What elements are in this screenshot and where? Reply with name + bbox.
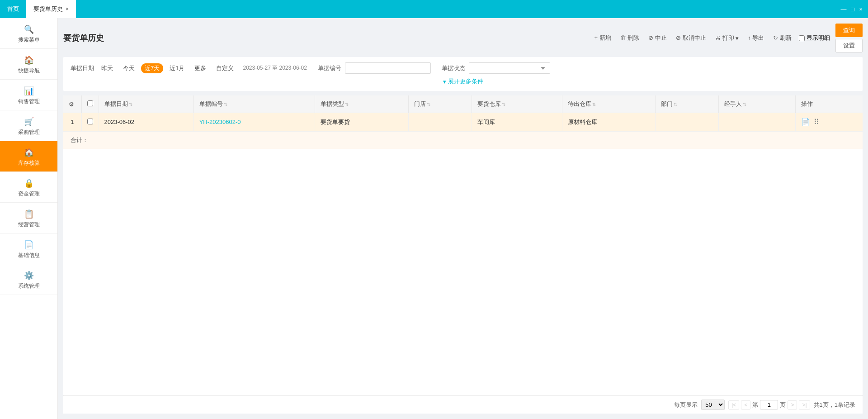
tab-close-icon[interactable]: × xyxy=(66,6,69,12)
col-pending-warehouse[interactable]: 待出仓库⇅ xyxy=(562,95,656,113)
sum-label: 合计： xyxy=(71,136,88,144)
sidebar-item-quick-nav[interactable]: 🏠 快捷导航 xyxy=(0,49,57,80)
sort-store-icon: ⇅ xyxy=(427,102,430,107)
stop-label: ⊘ 中止 xyxy=(648,34,667,42)
row-no-link[interactable]: YH-20230602-0 xyxy=(199,119,241,125)
first-page-button[interactable]: |< xyxy=(728,400,739,409)
operations-icon: 📋 xyxy=(24,209,34,219)
delete-button[interactable]: 🗑 删除 xyxy=(618,32,642,44)
prev-page-button[interactable]: < xyxy=(741,400,750,409)
basic-info-icon: 📄 xyxy=(24,240,34,250)
filter-status-group: 单据状态 xyxy=(442,62,550,74)
table-header-row: ⚙ 单据日期⇅ 单据编号⇅ 单据类型⇅ xyxy=(63,95,863,113)
sidebar-item-sales[interactable]: 📊 销售管理 xyxy=(0,80,57,110)
pagination-bar: 每页显示 20 50 100 200 |< < 第 页 > >| 共1页，1条记… xyxy=(63,395,863,414)
export-label: ↑ 导出 xyxy=(748,34,764,42)
sidebar-item-finance[interactable]: 🔒 资金管理 xyxy=(0,172,57,203)
display-detail-checkbox-group[interactable]: 显示明细 xyxy=(799,34,830,42)
tab-home[interactable]: 首页 xyxy=(0,0,26,18)
sidebar-item-purchase[interactable]: 🛒 采购管理 xyxy=(0,110,57,141)
page-label: 第 xyxy=(752,401,758,409)
order-no-label: 单据编号 xyxy=(318,64,341,72)
action-icons-group: 📄 ⠿ xyxy=(801,118,857,126)
query-button[interactable]: 查询 xyxy=(835,24,863,37)
order-no-input[interactable] xyxy=(345,62,431,74)
date-opt-more[interactable]: 更多 xyxy=(191,63,210,73)
date-opt-today[interactable]: 今天 xyxy=(119,63,138,73)
table-container: ⚙ 单据日期⇅ 单据编号⇅ 单据类型⇅ xyxy=(63,95,863,395)
page-nav: |< < 第 页 > >| xyxy=(728,400,810,409)
new-label: + 新增 xyxy=(594,34,611,42)
window-controls: — □ × xyxy=(841,6,868,13)
select-all-checkbox[interactable] xyxy=(87,100,93,106)
col-settings[interactable]: ⚙ xyxy=(63,95,81,113)
tab-requisition-label: 要货单历史 xyxy=(33,5,63,13)
tab-home-label: 首页 xyxy=(7,5,19,13)
stop-button[interactable]: ⊘ 中止 xyxy=(646,32,669,44)
row-actions: 📄 ⠿ xyxy=(796,113,863,131)
filter-order-no-group: 单据编号 xyxy=(318,62,431,74)
row-checkbox-cell xyxy=(81,113,99,131)
sidebar-item-search-menu[interactable]: 🔍 搜索菜单 xyxy=(0,18,57,49)
refresh-button[interactable]: ↻ 刷新 xyxy=(771,32,793,44)
sort-dept-icon: ⇅ xyxy=(674,102,677,107)
filter-date-group: 单据日期 昨天 今天 近7天 近1月 更多 自定义 2023-05-27 至 2… xyxy=(71,63,307,73)
date-opt-custom[interactable]: 自定义 xyxy=(212,63,237,73)
sort-type-icon: ⇅ xyxy=(345,102,349,107)
current-page-input[interactable] xyxy=(760,400,778,409)
export-button[interactable]: ↑ 导出 xyxy=(746,32,766,44)
row-handler xyxy=(719,113,796,131)
system-icon: ⚙️ xyxy=(24,271,34,281)
minimize-button[interactable]: — xyxy=(841,6,847,13)
date-options: 昨天 今天 近7天 近1月 更多 自定义 xyxy=(98,63,237,73)
date-opt-yesterday[interactable]: 昨天 xyxy=(98,63,117,73)
query-settings-group: 查询 设置 xyxy=(835,24,863,52)
date-filter-label: 单据日期 xyxy=(71,64,94,72)
maximize-button[interactable]: □ xyxy=(851,6,855,13)
sort-handler-icon: ⇅ xyxy=(743,102,746,107)
print-button[interactable]: 🖨 打印 ▾ xyxy=(713,32,741,44)
sidebar-item-search-label: 搜索菜单 xyxy=(18,36,40,44)
col-checkbox xyxy=(81,95,99,113)
col-date[interactable]: 单据日期⇅ xyxy=(99,95,193,113)
col-department[interactable]: 部门⇅ xyxy=(656,95,719,113)
col-handler[interactable]: 经手人⇅ xyxy=(719,95,796,113)
row-edit-icon[interactable]: 📄 xyxy=(801,118,810,126)
status-select[interactable] xyxy=(469,62,550,74)
row-type: 要货单要货 xyxy=(315,113,408,131)
col-store[interactable]: 门店⇅ xyxy=(408,95,472,113)
page-label-end: 页 xyxy=(780,401,786,409)
sidebar-item-system-label: 系统管理 xyxy=(18,282,40,290)
cancel-stop-button[interactable]: ⊘ 取消中止 xyxy=(674,32,708,44)
next-page-button[interactable]: > xyxy=(788,400,797,409)
purchase-icon: 🛒 xyxy=(24,117,34,127)
col-req-warehouse[interactable]: 要货仓库⇅ xyxy=(472,95,562,113)
date-opt-7days[interactable]: 近7天 xyxy=(141,63,163,73)
sidebar-item-basic-info[interactable]: 📄 基础信息 xyxy=(0,233,57,264)
date-range-display: 2023-05-27 至 2023-06-02 xyxy=(243,64,307,72)
settings-button[interactable]: 设置 xyxy=(835,39,863,52)
new-button[interactable]: + 新增 xyxy=(593,32,613,44)
toolbar: + 新增 🗑 删除 ⊘ 中止 ⊘ 取消中止 🖨 打印 ▾ ↑ 导出 xyxy=(593,24,863,52)
col-no[interactable]: 单据编号⇅ xyxy=(193,95,315,113)
sidebar-item-system[interactable]: ⚙️ 系统管理 xyxy=(0,264,57,295)
page-size-select[interactable]: 20 50 100 200 xyxy=(701,400,725,410)
sidebar-item-inventory[interactable]: 🏠 库存核算 xyxy=(0,141,57,172)
sidebar-item-sales-label: 销售管理 xyxy=(18,98,40,105)
tab-list: 首页 要货单历史 × xyxy=(0,0,76,18)
last-page-button[interactable]: >| xyxy=(799,400,810,409)
col-type[interactable]: 单据类型⇅ xyxy=(315,95,408,113)
col-operation: 操作 xyxy=(796,95,863,113)
table-footer: 合计： xyxy=(63,131,863,149)
sidebar-item-basic-label: 基础信息 xyxy=(18,252,40,259)
sidebar-item-operations[interactable]: 📋 经营管理 xyxy=(0,203,57,233)
row-more-icon[interactable]: ⠿ xyxy=(814,118,819,126)
display-detail-checkbox[interactable] xyxy=(799,35,805,41)
tab-requisition-history[interactable]: 要货单历史 × xyxy=(26,0,76,18)
row-checkbox[interactable] xyxy=(87,119,93,124)
expand-more-button[interactable]: ▾ 展开更多条件 xyxy=(71,77,855,86)
date-opt-1month[interactable]: 近1月 xyxy=(166,63,188,73)
quick-nav-icon: 🏠 xyxy=(24,55,34,65)
total-info: 共1页，1条记录 xyxy=(814,401,855,409)
close-button[interactable]: × xyxy=(859,6,863,13)
